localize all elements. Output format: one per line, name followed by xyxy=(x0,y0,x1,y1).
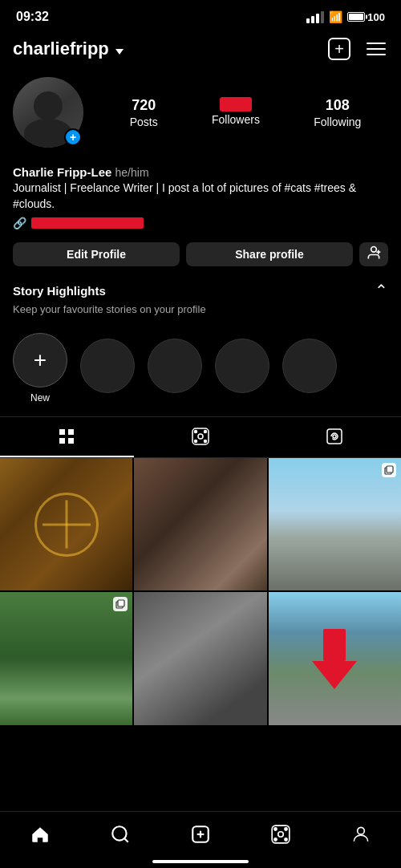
nav-add[interactable] xyxy=(181,820,220,849)
edit-profile-button[interactable]: Edit Profile xyxy=(13,242,180,266)
highlights-row: + New xyxy=(0,327,401,416)
plus-square-icon xyxy=(328,38,350,60)
new-highlight-circle[interactable]: + xyxy=(13,333,67,387)
new-highlight-label: New xyxy=(30,392,50,404)
highlight-circle-2[interactable] xyxy=(148,339,202,393)
photo-view xyxy=(269,592,401,724)
profile-nav-icon xyxy=(350,824,371,845)
posts-stat[interactable]: 720 Posts xyxy=(130,97,158,128)
username-header[interactable]: charliefripp xyxy=(13,39,124,59)
highlight-item-2[interactable] xyxy=(148,339,202,398)
grid-item-1[interactable] xyxy=(0,458,132,590)
highlights-title: Story Highlights xyxy=(13,284,106,298)
svg-rect-3 xyxy=(59,429,65,435)
multi-photo-badge-2 xyxy=(113,597,128,611)
multi-photo-badge xyxy=(382,463,396,477)
following-label: Following xyxy=(314,116,361,128)
avatar-wrap: + xyxy=(13,77,83,148)
posts-label: Posts xyxy=(130,116,158,128)
grid-item-4[interactable] xyxy=(0,592,132,724)
highlights-header: Story Highlights ⌃ xyxy=(0,274,401,303)
photo-street xyxy=(134,592,266,724)
signal-icon xyxy=(306,11,324,23)
tab-reels[interactable] xyxy=(134,417,268,457)
highlight-item-1[interactable] xyxy=(80,339,135,398)
highlight-circle-3[interactable] xyxy=(215,339,269,393)
highlight-circle-1[interactable] xyxy=(80,339,135,393)
photo-grid xyxy=(0,458,401,725)
highlight-item-3[interactable] xyxy=(215,339,269,398)
collapse-highlights-button[interactable]: ⌃ xyxy=(375,281,388,300)
grid-item-3[interactable] xyxy=(269,458,401,590)
username-text: charliefripp xyxy=(13,39,109,59)
svg-point-11 xyxy=(195,440,197,443)
grid-item-5[interactable] xyxy=(134,592,266,724)
grid-item-6[interactable] xyxy=(269,592,401,724)
add-friend-button[interactable] xyxy=(359,242,388,266)
svg-point-28 xyxy=(274,838,277,841)
svg-rect-13 xyxy=(327,429,342,444)
svg-line-20 xyxy=(124,838,128,842)
followers-label: Followers xyxy=(212,113,260,126)
home-indicator xyxy=(152,860,249,863)
new-highlight-item[interactable]: + New xyxy=(13,333,67,404)
nav-profile[interactable] xyxy=(342,820,380,849)
svg-rect-16 xyxy=(387,466,393,473)
photo-gate xyxy=(0,458,132,590)
add-story-button[interactable]: + xyxy=(64,128,82,146)
layers-icon-2 xyxy=(115,599,125,609)
svg-rect-5 xyxy=(59,438,65,444)
svg-point-29 xyxy=(285,838,287,841)
header: charliefripp xyxy=(0,30,401,71)
content-tabs xyxy=(0,416,401,458)
display-name: Charlie Fripp-Lee he/him xyxy=(13,165,388,179)
battery-icon: 100 xyxy=(347,11,385,23)
reels-icon xyxy=(191,427,210,446)
followers-stat[interactable]: Followers xyxy=(212,97,260,128)
menu-button[interactable] xyxy=(364,37,388,61)
followers-bar xyxy=(220,97,252,112)
nav-home[interactable] xyxy=(21,820,59,849)
grid-item-2[interactable] xyxy=(134,458,266,590)
search-icon xyxy=(110,824,131,845)
photo-window xyxy=(134,458,266,590)
svg-rect-6 xyxy=(68,438,74,444)
link-icon: 🔗 xyxy=(13,217,26,229)
following-stat[interactable]: 108 Following xyxy=(314,97,361,128)
svg-point-9 xyxy=(195,431,197,433)
tagged-icon xyxy=(325,427,344,446)
action-buttons: Edit Profile Share profile xyxy=(0,234,401,274)
nav-search[interactable] xyxy=(101,820,140,849)
chevron-down-icon xyxy=(114,39,124,59)
pronouns: he/him xyxy=(115,166,149,179)
status-icons: 📶 100 xyxy=(306,10,385,23)
add-icon xyxy=(190,824,211,845)
svg-point-26 xyxy=(274,828,277,830)
share-profile-button[interactable]: Share profile xyxy=(186,242,353,266)
nav-reels[interactable] xyxy=(261,820,300,849)
bio-link[interactable]: 🔗 xyxy=(13,217,388,229)
home-icon xyxy=(30,824,51,845)
status-time: 09:32 xyxy=(16,10,49,24)
svg-point-8 xyxy=(198,434,203,439)
profile-section: + 720 Posts Followers 108 Following xyxy=(0,71,401,157)
bio-text: Journalist | Freelance Writer | I post a… xyxy=(13,180,388,212)
photo-trees xyxy=(0,592,132,724)
highlight-item-4[interactable] xyxy=(282,339,337,398)
tab-grid[interactable] xyxy=(0,417,134,457)
posts-count: 720 xyxy=(132,97,156,114)
header-actions xyxy=(327,37,388,61)
svg-point-0 xyxy=(371,246,377,252)
svg-point-25 xyxy=(278,832,284,838)
layers-icon xyxy=(384,465,394,475)
highlight-circle-4[interactable] xyxy=(282,339,337,393)
highlights-subtitle: Keep your favourite stories on your prof… xyxy=(0,303,401,327)
svg-rect-18 xyxy=(118,600,124,606)
tab-tagged[interactable] xyxy=(267,417,401,457)
svg-point-12 xyxy=(205,440,207,443)
status-bar: 09:32 📶 100 xyxy=(0,0,401,30)
svg-rect-4 xyxy=(68,429,74,435)
add-post-button[interactable] xyxy=(327,37,351,61)
person-add-icon xyxy=(366,245,382,265)
link-url xyxy=(31,217,144,229)
